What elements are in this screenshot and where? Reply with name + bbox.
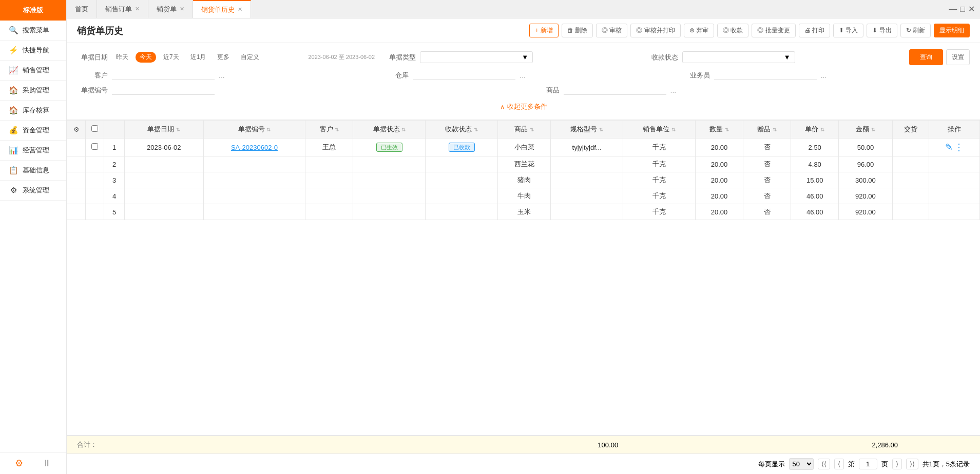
cell-action xyxy=(929,172,980,188)
sidebar-item-finance[interactable]: 💰 资金管理 xyxy=(0,121,66,141)
page-size-select[interactable]: 50 100 200 xyxy=(789,458,814,470)
th-settings[interactable]: ⚙ xyxy=(67,121,86,139)
sidebar-item-purchase-mgmt[interactable]: 🏠 采购管理 xyxy=(0,81,66,101)
export-button[interactable]: ⬇ 导出 xyxy=(867,24,897,37)
abandon-button[interactable]: ⊗ 弃审 xyxy=(684,24,714,37)
sort-docstatus-icon[interactable]: ⇅ xyxy=(401,127,406,132)
sidebar-item-inventory[interactable]: 🏠 库存核算 xyxy=(0,101,66,121)
prev-page-button[interactable]: ⟨ xyxy=(834,459,844,469)
settings-button[interactable]: 设置 xyxy=(946,49,970,65)
sidebar-item-sales-mgmt[interactable]: 📈 销售管理 xyxy=(0,61,66,81)
warehouse-ellipsis[interactable]: ... xyxy=(520,71,526,80)
close-window-button[interactable]: ✕ xyxy=(968,4,975,14)
sort-spec-icon[interactable]: ⇅ xyxy=(599,127,603,132)
date-chip-more[interactable]: 更多 xyxy=(213,52,234,63)
tab-home[interactable]: 首页 xyxy=(67,0,97,18)
maximize-button[interactable]: □ xyxy=(960,5,965,14)
date-chip-7days[interactable]: 近7天 xyxy=(159,52,183,63)
collapse-button[interactable]: ∧ 收起更多条件 xyxy=(498,100,549,113)
delete-button[interactable]: 🗑 删除 xyxy=(562,24,593,37)
date-chip-1month[interactable]: 近1月 xyxy=(186,52,210,63)
th-qty[interactable]: 数量 ⇅ xyxy=(695,121,743,139)
table-row: 5 玉米 千克 20.00 否 46.00 920.00 xyxy=(67,204,980,220)
sort-docno-icon[interactable]: ⇅ xyxy=(266,127,271,132)
th-amount[interactable]: 金额 ⇅ xyxy=(839,121,892,139)
collect-button[interactable]: ◎ 收款 xyxy=(717,24,748,37)
sort-paystatus-icon[interactable]: ⇅ xyxy=(474,127,478,132)
cell-check[interactable] xyxy=(86,172,104,188)
inventory-icon: 🏠 xyxy=(8,106,18,115)
cell-check[interactable] xyxy=(86,188,104,204)
sort-amount-icon[interactable]: ⇅ xyxy=(871,127,875,132)
next-page-button[interactable]: ⟩ xyxy=(892,459,902,469)
customer-input[interactable] xyxy=(112,70,215,80)
close-tab-sales-goods[interactable]: ✕ xyxy=(180,6,184,12)
sidebar-item-system-mgmt[interactable]: ⚙ 系统管理 xyxy=(0,181,66,201)
date-chip-yesterday[interactable]: 昨天 xyxy=(112,52,132,63)
doc-type-select[interactable]: ▼ xyxy=(420,51,533,63)
tab-sales-order[interactable]: 销售订单 ✕ xyxy=(97,0,148,18)
minimize-button[interactable]: — xyxy=(949,5,957,14)
import-button[interactable]: ⬆ 导入 xyxy=(833,24,863,37)
doc-no-input[interactable] xyxy=(112,85,215,95)
sort-gift-icon[interactable]: ⇅ xyxy=(773,127,777,132)
sort-price-icon[interactable]: ⇅ xyxy=(820,127,824,132)
th-pay-status[interactable]: 收款状态 ⇅ xyxy=(426,121,498,139)
close-tab-sales-order[interactable]: ✕ xyxy=(135,6,140,12)
print-button[interactable]: 🖨 打印 xyxy=(799,24,830,37)
customer-ellipsis[interactable]: ... xyxy=(219,71,225,80)
sidebar-item-quick-nav[interactable]: ⚡ 快捷导航 xyxy=(0,41,66,61)
goods-input[interactable] xyxy=(564,85,666,95)
cell-check[interactable] xyxy=(86,204,104,220)
cell-doc-no xyxy=(203,172,305,188)
batch-change-button[interactable]: ◎ 批量变更 xyxy=(752,24,795,37)
date-chip-custom[interactable]: 自定义 xyxy=(237,52,263,63)
sort-date-icon[interactable]: ⇅ xyxy=(176,127,180,132)
th-price[interactable]: 单价 ⇅ xyxy=(791,121,839,139)
th-doc-no[interactable]: 单据编号 ⇅ xyxy=(203,121,305,139)
first-page-button[interactable]: ⟨⟨ xyxy=(818,459,830,469)
cell-check[interactable] xyxy=(86,156,104,172)
tab-sales-history[interactable]: 销货单历史 ✕ xyxy=(193,0,251,18)
th-check[interactable] xyxy=(86,121,104,139)
sidebar-pause-icon[interactable]: ⏸ xyxy=(42,458,51,469)
th-unit[interactable]: 销售单位 ⇅ xyxy=(623,121,696,139)
tab-sales-goods[interactable]: 销货单 ✕ xyxy=(148,0,193,18)
th-goods[interactable]: 商品 ⇅ xyxy=(498,121,551,139)
th-doc-status[interactable]: 单据状态 ⇅ xyxy=(353,121,426,139)
warehouse-input[interactable] xyxy=(413,70,515,80)
th-customer[interactable]: 客户 ⇅ xyxy=(305,121,353,139)
th-date[interactable]: 单据日期 ⇅ xyxy=(125,121,204,139)
sort-qty-icon[interactable]: ⇅ xyxy=(725,127,729,132)
goods-ellipsis[interactable]: ... xyxy=(670,86,677,94)
th-gift[interactable]: 赠品 ⇅ xyxy=(743,121,791,139)
refresh-button[interactable]: ↻ 刷新 xyxy=(900,24,931,37)
sidebar-item-operations[interactable]: 📊 经营管理 xyxy=(0,141,66,161)
select-all-checkbox[interactable] xyxy=(91,125,98,132)
date-chip-today[interactable]: 今天 xyxy=(136,52,156,63)
doc-no-link[interactable]: SA-20230602-0 xyxy=(231,144,278,151)
payment-status-select[interactable]: ▼ xyxy=(682,51,795,63)
review-print-button[interactable]: ◎ 审核并打印 xyxy=(630,24,680,37)
row-checkbox[interactable] xyxy=(91,143,98,150)
th-spec[interactable]: 规格型号 ⇅ xyxy=(551,121,623,139)
new-button[interactable]: + 新增 xyxy=(529,24,558,37)
review-button[interactable]: ◎ 审核 xyxy=(596,24,627,37)
last-page-button[interactable]: ⟩⟩ xyxy=(906,459,918,469)
staff-input[interactable] xyxy=(714,70,817,80)
close-tab-sales-history[interactable]: ✕ xyxy=(238,6,242,13)
cell-pay-status xyxy=(426,204,498,220)
sort-customer-icon[interactable]: ⇅ xyxy=(335,127,339,132)
page-input[interactable] xyxy=(859,459,877,469)
cell-check[interactable] xyxy=(86,139,104,156)
show-detail-button[interactable]: 显示明细 xyxy=(934,24,970,37)
sidebar-settings-icon[interactable]: ⚙ xyxy=(15,458,23,469)
more-button[interactable]: ⋮ xyxy=(954,142,964,152)
sort-unit-icon[interactable]: ⇅ xyxy=(671,127,676,132)
staff-ellipsis[interactable]: ... xyxy=(821,71,827,80)
query-button[interactable]: 查询 xyxy=(909,49,943,65)
edit-button[interactable]: ✎ xyxy=(945,142,953,152)
sort-goods-icon[interactable]: ⇅ xyxy=(530,127,534,132)
sidebar-item-base-info[interactable]: 📋 基础信息 xyxy=(0,161,66,181)
sidebar-item-search[interactable]: 🔍 搜索菜单 xyxy=(0,21,66,41)
